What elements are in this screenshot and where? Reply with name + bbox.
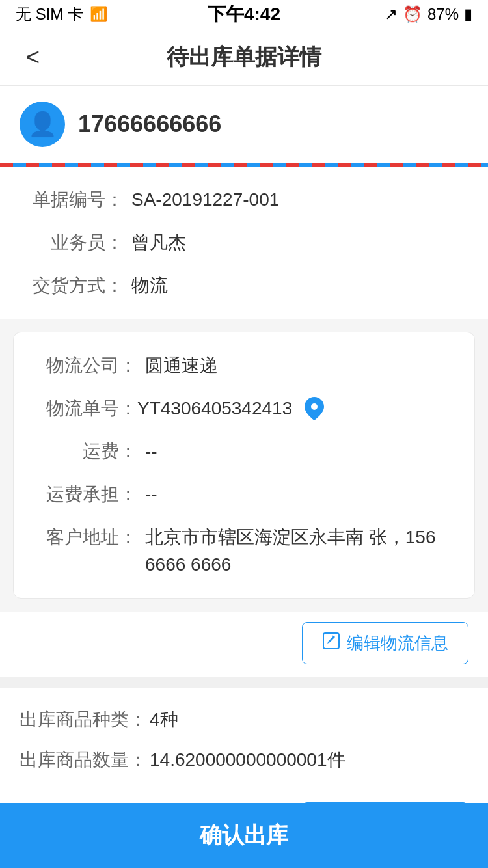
tracking-number-row: 物流单号： YT4306405342413 <box>33 395 455 422</box>
freight-label: 运费： <box>33 438 137 465</box>
status-bar: 无 SIM 卡 📶 下午4:42 ↗ ⏰ 87% ▮ <box>0 0 488 29</box>
confirm-outbound-button[interactable]: 确认出库 <box>0 803 488 868</box>
freight-bearer-label: 运费承担： <box>33 481 137 508</box>
document-number-value: SA-20191227-001 <box>131 186 468 213</box>
product-category-row: 出库商品种类： 4种 <box>20 707 468 732</box>
status-time: 下午4:42 <box>208 2 280 27</box>
user-header: 👤 17666666666 <box>0 86 488 163</box>
order-info-section: 单据编号： SA-20191227-001 业务员： 曾凡杰 交货方式： 物流 <box>0 167 488 319</box>
freight-value: -- <box>145 438 455 465</box>
freight-bearer-row: 运费承担： -- <box>33 481 455 508</box>
salesperson-row: 业务员： 曾凡杰 <box>20 229 468 256</box>
alarm-icon: ⏰ <box>403 5 422 23</box>
map-pin-icon[interactable] <box>303 397 326 420</box>
avatar: 👤 <box>20 102 65 147</box>
salesperson-value: 曾凡杰 <box>131 229 468 256</box>
confirm-btn-label: 确认出库 <box>200 821 288 850</box>
document-number-label: 单据编号： <box>20 186 124 213</box>
wifi-icon: 📶 <box>90 6 107 23</box>
logistics-company-label: 物流公司： <box>33 352 137 379</box>
edit-logistics-label: 编辑物流信息 <box>347 632 448 655</box>
address-label: 客户地址： <box>33 524 137 551</box>
delivery-method-label: 交货方式： <box>20 272 124 299</box>
logistics-company-value: 圆通速递 <box>145 352 455 379</box>
freight-row: 运费： -- <box>33 438 455 465</box>
tracking-row: YT4306405342413 <box>137 395 326 422</box>
product-quantity-value: 14.620000000000001件 <box>150 748 346 772</box>
delivery-method-row: 交货方式： 物流 <box>20 272 468 299</box>
address-value: 北京市市辖区海淀区永丰南 张，156 6666 6666 <box>145 524 455 578</box>
product-quantity-row: 出库商品数量： 14.620000000000001件 <box>20 748 468 772</box>
avatar-icon: 👤 <box>28 111 57 138</box>
carrier-text: 无 SIM 卡 <box>16 4 83 25</box>
user-phone: 17666666666 <box>78 111 221 138</box>
nav-bar: < 待出库单据详情 <box>0 29 488 86</box>
delivery-method-value: 物流 <box>131 272 468 299</box>
content-area: 👤 17666666666 单据编号： SA-20191227-001 业务员：… <box>0 86 488 868</box>
battery-percentage: 87% <box>427 5 459 23</box>
salesperson-label: 业务员： <box>20 229 124 256</box>
status-right: ↗ ⏰ 87% ▮ <box>385 5 472 23</box>
back-button[interactable]: < <box>20 37 46 77</box>
product-section: 出库商品种类： 4种 出库商品数量： 14.620000000000001件 <box>0 688 488 792</box>
page-title: 待出库单据详情 <box>167 42 321 72</box>
edit-logistics-button[interactable]: 编辑物流信息 <box>302 622 468 664</box>
status-left: 无 SIM 卡 📶 <box>16 4 107 25</box>
confirm-btn-container: 确认出库 <box>0 803 488 868</box>
document-number-row: 单据编号： SA-20191227-001 <box>20 186 468 213</box>
location-icon: ↗ <box>385 5 398 23</box>
section-divider <box>0 677 488 688</box>
tracking-number-value: YT4306405342413 <box>137 395 292 422</box>
freight-bearer-value: -- <box>145 481 455 508</box>
battery-icon: ▮ <box>464 5 472 23</box>
address-row: 客户地址： 北京市市辖区海淀区永丰南 张，156 6666 6666 <box>33 524 455 578</box>
edit-button-row: 编辑物流信息 <box>0 612 488 677</box>
product-quantity-label: 出库商品数量： <box>20 748 150 772</box>
product-category-label: 出库商品种类： <box>20 707 150 732</box>
tracking-label: 物流单号： <box>33 395 137 422</box>
product-category-value: 4种 <box>150 707 178 732</box>
edit-icon <box>322 632 340 655</box>
logistics-card: 物流公司： 圆通速递 物流单号： YT4306405342413 运费： -- … <box>13 332 475 599</box>
logistics-company-row: 物流公司： 圆通速递 <box>33 352 455 379</box>
